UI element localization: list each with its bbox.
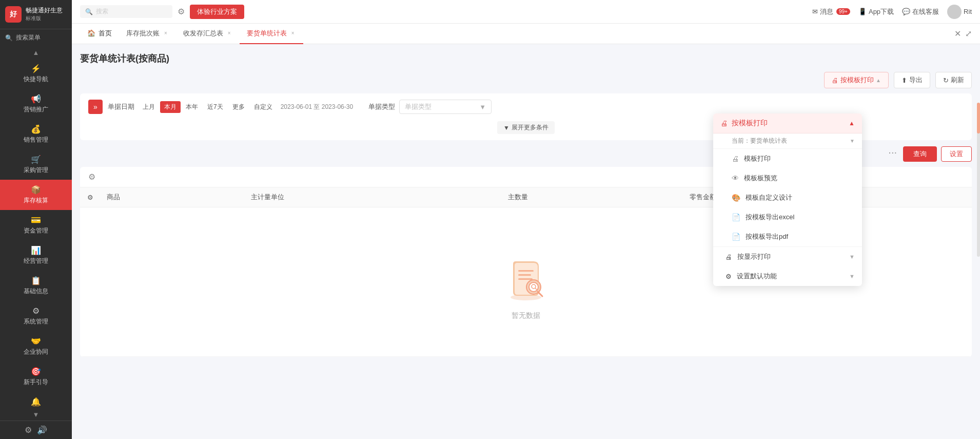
filter-expand-button[interactable]: » <box>88 100 103 114</box>
tab-collection-summary-label: 收发存汇总表 <box>183 29 223 38</box>
sidebar-scroll-up[interactable]: ▲ <box>0 46 72 59</box>
marketing-icon: 📢 <box>31 94 41 104</box>
print-button[interactable]: 🖨 按模板打印 ▲ <box>824 72 889 88</box>
expand-more-label: 展开更多条件 <box>512 123 548 132</box>
sidebar-item-label: 销售管理 <box>24 136 48 144</box>
expand-more-btn[interactable]: ▼ 展开更多条件 <box>497 121 555 134</box>
operations-icon: 📊 <box>31 245 41 255</box>
print-dropdown-header-left: 🖨 按模板打印 <box>720 119 768 128</box>
tabbar: 🏠 首页 库存批次账 × 收发存汇总表 × 要货单统计表 × ✕ ⤢ <box>72 24 980 44</box>
settings-button[interactable]: 设置 <box>941 146 972 162</box>
right-scroll-bar[interactable] <box>977 103 980 257</box>
tab-home[interactable]: 🏠 首页 <box>80 24 119 44</box>
svg-rect-2 <box>518 274 531 276</box>
order-type-filter-section: 单据类型 单据类型 ▼ <box>368 100 492 114</box>
col-extra <box>903 187 972 207</box>
tab-collection-summary-close[interactable]: × <box>226 30 232 36</box>
app-download-action[interactable]: 📱 App下载 <box>858 7 894 16</box>
tab-requisition-stats-close[interactable]: × <box>290 30 296 36</box>
trial-button[interactable]: 体验行业方案 <box>190 5 244 19</box>
tab-batch-account[interactable]: 库存批次账 × <box>119 24 176 44</box>
query-button[interactable]: 查询 <box>903 146 937 162</box>
sidebar-item-basic[interactable]: 📋 基础信息 <box>0 271 72 301</box>
sidebar-item-label: 快捷导航 <box>24 75 48 84</box>
sidebar-item-sales[interactable]: 💰 销售管理 <box>0 119 72 149</box>
tab-collection-summary[interactable]: 收发存汇总表 × <box>176 24 240 44</box>
date-tab-prev-month[interactable]: 上月 <box>139 101 159 113</box>
print-dropdown-header[interactable]: 🖨 按模板打印 ▲ <box>713 113 862 133</box>
sidebar-item-label: 采购管理 <box>24 166 48 175</box>
tab-maximize-icon[interactable]: ⤢ <box>965 29 972 39</box>
sidebar-item-enterprise[interactable]: 🤝 企业协同 <box>0 331 72 361</box>
date-filter-label: 单据日期 <box>108 102 134 111</box>
sidebar-item-guide[interactable]: 🎯 新手引导 <box>0 361 72 392</box>
sidebar-item-inventory[interactable]: 📦 库存核算 <box>0 180 72 210</box>
sidebar-item-marketing[interactable]: 📢 营销推广 <box>0 89 72 119</box>
refresh-label: 刷新 <box>951 75 964 85</box>
date-tab-current-year[interactable]: 本年 <box>182 101 202 113</box>
topbar-gear-icon[interactable]: ⚙ <box>178 7 185 16</box>
action-area: 🖨 按模板打印 ▲ ⬆ 导出 ↻ 刷新 <box>80 72 972 88</box>
print-template-preview-item[interactable]: 👁 模板板预览 <box>713 168 862 188</box>
export-button[interactable]: ⬆ 导出 <box>894 72 930 88</box>
print-template-export-excel-item[interactable]: 📄 按模板导出excel <box>713 207 862 227</box>
date-tab-last-7-days[interactable]: 近7天 <box>203 101 227 113</box>
logo-text-block: 畅捷通好生意 标准版 <box>26 7 63 22</box>
print-template-export-pdf-item[interactable]: 📄 按模板导出pdf <box>713 227 862 246</box>
refresh-button[interactable]: ↻ 刷新 <box>935 72 972 88</box>
template-export-pdf-icon: 📄 <box>732 233 740 241</box>
template-design-icon: 🎨 <box>732 194 740 202</box>
sidebar-item-label: 系统管理 <box>24 317 48 326</box>
topbar: 🔍 搜索 ⚙ 体验行业方案 ✉ 消息 99+ 📱 App下载 💬 在线客服 Ri… <box>72 0 980 24</box>
page-title: 要货单统计表(按商品) <box>80 52 972 65</box>
sound-bottom-icon[interactable]: 🔊 <box>37 425 47 435</box>
right-scroll-thumb[interactable] <box>977 103 980 133</box>
sidebar-bottom: ⚙ 🔊 <box>0 421 72 439</box>
col-settings[interactable]: ⚙ <box>80 187 101 207</box>
online-support-action[interactable]: 💬 在线客服 <box>902 7 939 16</box>
template-print-label: 模板打印 <box>744 154 771 163</box>
print-dropdown-popup: 🖨 按模板打印 ▲ 当前：要货单统计表 ▼ 🖨 模板打印 👁 模板板预览 <box>713 113 862 286</box>
svg-rect-1 <box>518 270 534 272</box>
print-set-default-sub[interactable]: ⚙ 设置默认功能 ▼ <box>713 266 862 286</box>
sidebar-item-operations[interactable]: 📊 经营管理 <box>0 240 72 271</box>
inventory-icon: 📦 <box>31 185 41 195</box>
sidebar-item-quick-nav[interactable]: ⚡ 快捷导航 <box>0 59 72 89</box>
print-current-arrow-icon: ▼ <box>850 138 855 144</box>
template-export-pdf-label: 按模板导出pdf <box>746 232 788 241</box>
svg-point-5 <box>529 282 538 292</box>
sidebar-item-purchase[interactable]: 🛒 采购管理 <box>0 149 72 180</box>
sidebar-item-finance[interactable]: 💳 资金管理 <box>0 210 72 240</box>
messages-badge: 99+ <box>836 8 850 15</box>
set-default-arrow-icon: ▼ <box>849 273 855 279</box>
sidebar-search[interactable]: 🔍 搜索菜单 <box>0 29 72 46</box>
tab-batch-account-close[interactable]: × <box>163 30 169 36</box>
date-tab-custom[interactable]: 自定义 <box>250 101 277 113</box>
set-default-icon: ⚙ <box>726 273 732 280</box>
tab-requisition-stats[interactable]: 要货单统计表 × <box>240 24 303 44</box>
messages-action[interactable]: ✉ 消息 99+ <box>812 7 850 16</box>
topbar-search[interactable]: 🔍 搜索 <box>80 5 172 18</box>
print-template-design-item[interactable]: 🎨 模板自定义设计 <box>713 188 862 207</box>
display-print-label: 按显示打印 <box>737 252 771 261</box>
template-export-excel-icon: 📄 <box>732 213 740 221</box>
main-area: 🔍 搜索 ⚙ 体验行业方案 ✉ 消息 99+ 📱 App下载 💬 在线客服 Ri… <box>72 0 980 439</box>
settings-bottom-icon[interactable]: ⚙ <box>25 425 32 435</box>
print-template-print-item[interactable]: 🖨 模板打印 <box>713 149 862 168</box>
app-download-icon: 📱 <box>858 8 867 15</box>
search-icon: 🔍 <box>5 34 13 42</box>
more-options-icon[interactable]: ··· <box>886 146 899 162</box>
order-type-dropdown[interactable]: 单据类型 ▼ <box>399 100 492 114</box>
print-current-template[interactable]: 当前：要货单统计表 ▼ <box>713 133 862 149</box>
print-display-print-sub[interactable]: 🖨 按显示打印 ▼ <box>713 247 862 266</box>
user-profile-action[interactable]: Rit <box>947 5 972 19</box>
table-settings-icon[interactable]: ⚙ <box>88 172 95 182</box>
user-name: Rit <box>964 8 972 15</box>
print-label: 按模板打印 <box>840 75 874 85</box>
sidebar-scroll-down[interactable]: ▼ <box>0 408 72 421</box>
tab-close-all-icon[interactable]: ✕ <box>954 29 961 39</box>
sidebar-item-system[interactable]: ⚙ 系统管理 <box>0 301 72 331</box>
date-tab-more[interactable]: 更多 <box>228 101 249 113</box>
date-tab-current-month[interactable]: 本月 <box>160 101 181 113</box>
sidebar-item-app-center[interactable]: 🔔 应用中心 <box>0 392 72 408</box>
